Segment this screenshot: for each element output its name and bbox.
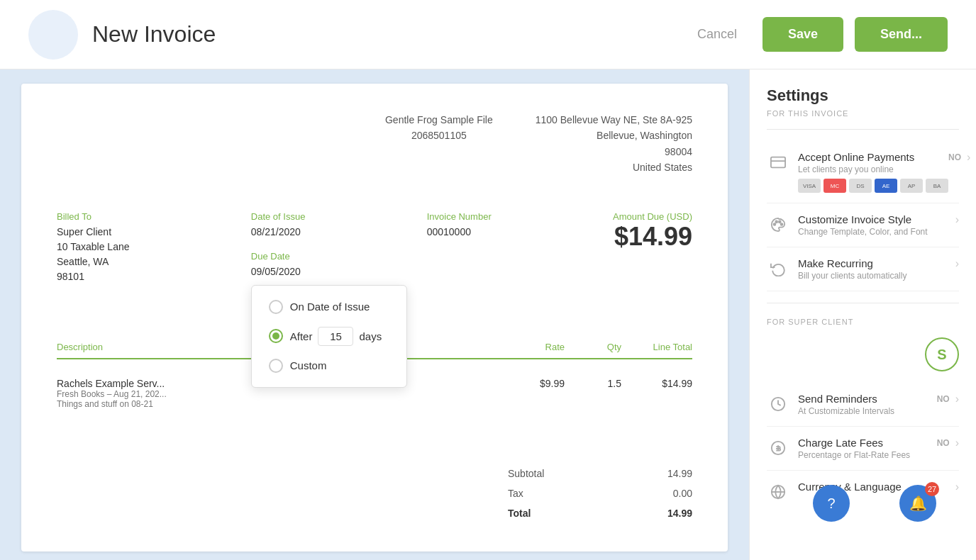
invoice-card: Gentle Frog Sample File 2068501105 1100 … <box>21 84 728 551</box>
radio-on-date[interactable] <box>269 300 283 314</box>
address-line3: 98004 <box>536 144 692 159</box>
invoice-header: Gentle Frog Sample File 2068501105 1100 … <box>57 112 692 176</box>
invoice-number-label: Invoice Number <box>427 211 492 222</box>
company-phone: 2068501105 <box>385 128 493 143</box>
col-total-header: Line Total <box>621 342 692 352</box>
client-zip: 98101 <box>57 269 130 284</box>
help-button[interactable]: ? <box>813 485 850 522</box>
date-of-issue-group: Date of Issue 08/21/2020 Due Date 09/05/… <box>251 211 306 285</box>
send-reminders-title: Send Reminders <box>798 393 937 405</box>
charge-late-fees-content: Charge Late Fees Percentage or Flat-Rate… <box>798 437 937 460</box>
sidebar-divider-2 <box>767 303 959 303</box>
due-date-dropdown[interactable]: On Date of Issue After days <box>251 285 407 388</box>
sidebar-item-charge-late-fees[interactable]: Charge Late Fees Percentage or Flat-Rate… <box>767 427 959 471</box>
amex-icon: AE <box>875 179 897 193</box>
totals-section: Subtotal 14.99 Tax 0.00 Total 14.99 <box>508 464 692 523</box>
discover-icon: DS <box>849 179 872 193</box>
sidebar-item-send-reminders[interactable]: Send Reminders At Customizable Intervals… <box>767 383 959 427</box>
item-detail2: Things and stuff on 08-21 <box>57 399 494 409</box>
notification-count: 27 <box>925 482 939 496</box>
subtotal-row: Subtotal 14.99 <box>508 464 692 483</box>
tax-row: Tax 0.00 <box>508 483 692 503</box>
save-button[interactable]: Save <box>762 17 843 52</box>
chevron-right-icon-2: › <box>955 213 959 226</box>
bank-icon: BA <box>926 179 948 193</box>
send-reminders-content: Send Reminders At Customizable Intervals <box>798 393 937 416</box>
make-recurring-content: Make Recurring Bill your clients automat… <box>798 257 955 281</box>
radio-custom[interactable] <box>269 359 283 373</box>
accept-payments-badge: NO <box>948 152 961 162</box>
notification-button[interactable]: 🔔 27 <box>899 485 936 522</box>
client-city-state: Seattle, WA <box>57 254 130 269</box>
payment-icons: VISA MC DS AE AP BA <box>798 179 948 193</box>
svg-point-5 <box>781 223 783 225</box>
amount-due-value: $14.99 <box>613 222 692 252</box>
accept-payments-title: Accept Online Payments <box>798 151 948 163</box>
cancel-button[interactable]: Cancel <box>683 20 751 49</box>
col-qty-header: Qty <box>565 342 621 352</box>
send-reminders-right: NO › <box>937 393 959 405</box>
item-qty: 1.5 <box>565 378 621 409</box>
send-reminders-badge: NO <box>937 394 950 404</box>
mc-icon: MC <box>824 179 846 193</box>
subtotal-label: Subtotal <box>508 468 544 479</box>
option-custom[interactable]: Custom <box>269 359 389 373</box>
option-on-date[interactable]: On Date of Issue <box>269 300 389 314</box>
option-after[interactable]: After days <box>269 327 389 346</box>
invoice-number-group: Invoice Number 00010000 <box>427 211 492 240</box>
make-recurring-title: Make Recurring <box>798 257 955 269</box>
address-info: 1100 Bellevue Way NE, Ste 8A-925 Bellevu… <box>536 112 692 176</box>
sidebar-item-make-recurring[interactable]: Make Recurring Bill your clients automat… <box>767 247 959 291</box>
address-line4: United States <box>536 159 692 175</box>
invoice-number-value: 00010000 <box>427 225 492 240</box>
tax-value: 0.00 <box>673 488 692 499</box>
make-recurring-right: › <box>955 257 959 270</box>
charge-late-fees-desc: Percentage or Flat-Rate Fees <box>798 450 937 460</box>
client-address1: 10 Taxable Lane <box>57 240 130 254</box>
svg-point-3 <box>775 221 777 223</box>
sidebar-item-accept-payments[interactable]: Accept Online Payments Let clients pay y… <box>767 141 959 203</box>
due-date-value[interactable]: 09/05/2020 <box>251 264 306 279</box>
company-name: Gentle Frog Sample File <box>385 112 493 128</box>
make-recurring-desc: Bill your clients automatically <box>798 271 955 281</box>
total-label: Total <box>508 508 531 519</box>
apple-pay-icon: AP <box>900 179 923 193</box>
item-total: $14.99 <box>621 378 692 409</box>
for-this-invoice-label: FOR THIS INVOICE <box>767 109 959 118</box>
charge-late-fees-title: Charge Late Fees <box>798 437 937 449</box>
days-input[interactable] <box>318 327 353 346</box>
date-issue-value: 08/21/2020 <box>251 225 306 240</box>
tax-label: Tax <box>508 488 523 499</box>
radio-after[interactable] <box>269 329 283 343</box>
visa-icon: VISA <box>798 179 821 193</box>
subtotal-value: 14.99 <box>667 468 692 479</box>
date-issue-label: Date of Issue <box>251 211 306 222</box>
send-reminders-desc: At Customizable Intervals <box>798 406 937 416</box>
address-line2: Bellevue, Washington <box>536 128 692 143</box>
notification-icon: 🔔 <box>909 495 927 512</box>
settings-sidebar: Settings FOR THIS INVOICE Accept Online … <box>749 69 976 560</box>
item-detail1: Fresh Books – Aug 21, 202... <box>57 389 494 399</box>
invoice-fields: Billed To Super Client 10 Taxable Lane S… <box>57 211 692 285</box>
sidebar-divider-1 <box>767 129 959 130</box>
for-super-client-label: FOR SUPER CLIENT <box>767 318 959 326</box>
option-custom-label: Custom <box>290 359 327 371</box>
chevron-right-icon-6: › <box>955 481 959 493</box>
svg-point-4 <box>779 221 781 223</box>
chevron-right-icon: › <box>967 151 970 164</box>
client-avatar: S <box>925 337 959 371</box>
header-actions: Cancel Save Send... <box>683 17 948 52</box>
palette-icon <box>767 213 789 236</box>
sidebar-item-customize-style[interactable]: Customize Invoice Style Change Template,… <box>767 203 959 247</box>
invoice-area: Gentle Frog Sample File 2068501105 1100 … <box>0 69 749 560</box>
charge-late-fees-right: NO › <box>937 437 959 449</box>
col-rate-header: Rate <box>494 342 565 352</box>
charge-late-fees-badge: NO <box>937 438 950 448</box>
svg-rect-0 <box>771 157 785 168</box>
days-label: days <box>359 330 382 342</box>
globe-icon <box>767 481 789 503</box>
option-on-date-label: On Date of Issue <box>290 301 370 313</box>
billed-to-label: Billed To <box>57 211 130 222</box>
billed-to-group: Billed To Super Client 10 Taxable Lane S… <box>57 211 130 284</box>
send-button[interactable]: Send... <box>855 17 948 52</box>
